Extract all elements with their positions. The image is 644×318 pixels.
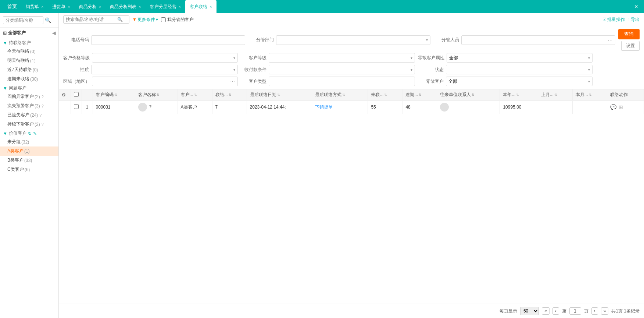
my-customer-checkbox-label[interactable]: 我分管的客户: [161, 17, 194, 23]
nature-select[interactable]: ▾: [91, 65, 238, 74]
th-last-method[interactable]: 最后联络方式 ⇅: [312, 89, 368, 100]
sort-icon-type: ⇅: [194, 93, 197, 97]
retail-attr-select[interactable]: 全部 ▾: [447, 53, 593, 63]
region-label: 区域（地区）: [63, 78, 90, 85]
nav-customer-contact[interactable]: 客户联络 ×: [185, 0, 216, 13]
help-icon-2[interactable]: ?: [42, 104, 44, 108]
th-name[interactable]: 客户名称 ⇅: [135, 89, 178, 100]
last-page-btn[interactable]: »: [601, 307, 609, 315]
close-all-tabs[interactable]: ×: [631, 3, 641, 11]
th-last-date[interactable]: 最后联络日期 ⇅: [247, 89, 312, 100]
region-input[interactable]: ···: [92, 77, 238, 86]
customer-grade-select[interactable]: ▾: [269, 53, 415, 63]
query-button[interactable]: 查询: [618, 29, 640, 39]
more-action-icon[interactable]: ⊞: [619, 104, 623, 110]
export-btn[interactable]: ↑ 导出: [628, 17, 640, 23]
sidebar-item-repurchase-abnormal[interactable]: 回购异常客户 (2) ?: [0, 92, 58, 101]
customer-table: ⚙ 客户编码 ⇅: [59, 89, 644, 114]
sidebar-item-a-class[interactable]: A类客户 (1): [0, 146, 58, 156]
dept-arrow: ▾: [426, 38, 428, 42]
nature-arrow: ▾: [233, 68, 235, 72]
nav-sales[interactable]: 销货单 ×: [21, 0, 48, 13]
more-conditions-btn[interactable]: ▼ 更多条件 ▾: [132, 17, 158, 23]
refresh-icon[interactable]: ↻: [28, 131, 32, 136]
sort-icon-unit-contact: ⇅: [472, 93, 475, 97]
edit-icon[interactable]: ✎: [33, 131, 37, 136]
close-product-tab[interactable]: ×: [99, 4, 101, 9]
help-icon-1[interactable]: ?: [42, 95, 44, 99]
sidebar-item-overdue[interactable]: 逾期未联络 (30): [0, 74, 58, 84]
close-purchase-tab[interactable]: ×: [68, 4, 70, 9]
message-action-icon[interactable]: 💬: [610, 104, 616, 110]
select-all-checkbox[interactable]: [74, 92, 79, 97]
sidebar-item-churn-warning[interactable]: 流失预警客户 (3) ?: [0, 101, 58, 110]
sidebar-search-icon[interactable]: 🔍: [45, 17, 51, 23]
sidebar-item-c-class[interactable]: C类客户 (6): [0, 165, 58, 174]
sidebar-item-7day-pending[interactable]: 近7天待联络 (0): [0, 65, 58, 74]
collapse-sidebar-icon[interactable]: ◀: [52, 31, 56, 36]
close-product-list-tab[interactable]: ×: [139, 4, 141, 9]
pending-group-label: ▼ 待联络客户: [0, 38, 58, 47]
sidebar-item-tomorrow-pending[interactable]: 明天待联络 (1): [0, 56, 58, 65]
close-customer-seg-tab[interactable]: ×: [179, 4, 181, 9]
th-this-month[interactable]: 本月... ⇅: [572, 89, 607, 100]
status-select[interactable]: ▾: [446, 65, 593, 74]
sort-icon-last-date: ⇅: [277, 93, 280, 97]
nav-home[interactable]: 首页: [3, 0, 21, 13]
th-unit-contact[interactable]: 往来单位联系人 ⇅: [437, 89, 500, 100]
nav-product[interactable]: 商品分析 ×: [75, 0, 105, 13]
customer-grade-arrow: ▾: [411, 56, 412, 60]
my-customer-checkbox[interactable]: [161, 17, 166, 22]
nav-customer-seg[interactable]: 客户分层经营 ×: [146, 0, 185, 13]
main-search-input[interactable]: [66, 17, 117, 22]
region-field: 区域（地区） ···: [63, 77, 238, 86]
all-customers-header[interactable]: ⊞ 全部客户 ◀: [0, 28, 58, 38]
dept-label: 分管部门: [248, 37, 274, 43]
cell-num: 1: [82, 100, 93, 114]
th-settings[interactable]: ⚙: [59, 89, 71, 100]
first-page-btn[interactable]: «: [542, 307, 550, 315]
th-this-year[interactable]: 本年... ⇅: [500, 89, 538, 100]
prev-page-btn[interactable]: ‹: [552, 307, 559, 315]
main-search-icon[interactable]: 🔍: [117, 17, 123, 22]
per-page-label: 每页显示: [500, 308, 517, 314]
retail-customer-select[interactable]: 全部 ▾: [446, 77, 593, 86]
row-checkbox[interactable]: [74, 104, 79, 109]
retail-attr-field: 零散客户属性 全部 ▾: [418, 53, 593, 63]
person-input[interactable]: ···: [461, 35, 615, 45]
sidebar-item-declining[interactable]: 持续下滑客户 (2) ?: [0, 120, 58, 129]
help-icon-3[interactable]: ?: [39, 113, 42, 117]
close-sales-tab[interactable]: ×: [41, 4, 43, 9]
per-page-select[interactable]: 50 100 200: [520, 307, 539, 315]
last-method-link[interactable]: 下销货单: [315, 105, 333, 110]
settings-icon[interactable]: ⚙: [62, 92, 66, 98]
close-customer-contact-tab[interactable]: ×: [210, 4, 212, 9]
phone-input[interactable]: [91, 35, 245, 45]
customer-type-input[interactable]: [269, 77, 415, 86]
th-contact[interactable]: 联络... ⇅: [212, 89, 247, 100]
dept-select[interactable]: ▾: [276, 35, 430, 45]
sidebar-item-churned[interactable]: 已流失客户 (24) ?: [0, 110, 58, 120]
help-icon-4[interactable]: ?: [42, 122, 44, 127]
customer-name[interactable]: ？: [148, 104, 153, 109]
th-code[interactable]: 客户编码 ⇅: [93, 89, 135, 100]
sort-icon-this-year: ⇅: [516, 93, 519, 97]
next-page-btn[interactable]: ›: [591, 307, 598, 315]
batch-ops-btn[interactable]: ☑ 批量操作: [602, 17, 625, 23]
sidebar-item-b-class[interactable]: B类客户 (33): [0, 156, 58, 165]
nav-product-list[interactable]: 商品分析列表 ×: [105, 0, 145, 13]
th-overdue[interactable]: 逾期... ⇅: [402, 89, 437, 100]
settings-button[interactable]: 设置: [621, 41, 640, 51]
page-input[interactable]: [569, 307, 581, 315]
phone-label: 电话号码: [63, 37, 89, 43]
nav-purchase[interactable]: 进货单 ×: [48, 0, 74, 13]
cell-last-month: [538, 100, 572, 114]
th-last-month[interactable]: 上月... ⇅: [538, 89, 572, 100]
th-no-contact[interactable]: 未联... ⇅: [368, 89, 402, 100]
sidebar-item-ungrouped[interactable]: 未分组 (32): [0, 137, 58, 146]
th-type[interactable]: 客户... ⇅: [178, 89, 212, 100]
sidebar-search-input[interactable]: [3, 16, 43, 24]
payment-select[interactable]: ▾: [269, 65, 415, 74]
sidebar-item-today-pending[interactable]: 今天待联络 (0): [0, 47, 58, 56]
price-grade-select[interactable]: ▾: [92, 53, 238, 63]
